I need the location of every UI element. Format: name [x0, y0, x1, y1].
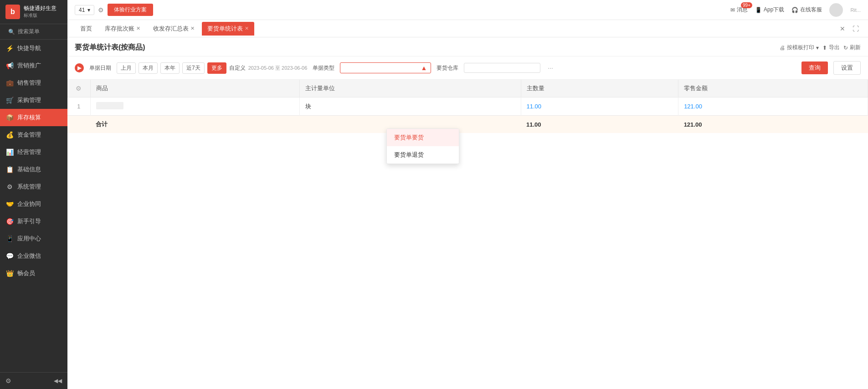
member-icon: 👑	[5, 269, 14, 277]
sidebar-item-system[interactable]: ⚙ 系统管理	[0, 178, 67, 195]
topbar-right: ✉ 消息 99+ 📱 App下载 🎧 在线客服 Rit...	[730, 3, 861, 17]
query-button[interactable]: 查询	[801, 61, 828, 74]
app-version: 标准版	[24, 12, 56, 19]
date-range-text: 2023-05-06 至 2023-06-06	[248, 65, 308, 72]
sidebar: b 畅捷通好生意 标准版 🔍 搜索菜单 ⚡ 快捷导航 📢 营销推广 💼 销售管理…	[0, 0, 67, 389]
table-footer-row: 合计 11.00 121.00	[67, 116, 868, 133]
app-center-icon: 📱	[5, 235, 14, 243]
quick-nav-icon: ⚡	[5, 44, 14, 52]
topbar-gear-icon[interactable]: ⚙	[98, 6, 104, 14]
warehouse-filter-input[interactable]	[464, 63, 540, 73]
inventory-icon: 📦	[5, 113, 14, 122]
print-template-button[interactable]: 🖨 按模板打印 ▾	[780, 44, 819, 51]
sidebar-item-finance[interactable]: 💰 资金管理	[0, 126, 67, 143]
topbar-number: 41	[79, 7, 85, 13]
row-index: 1	[67, 97, 90, 116]
service-icon: 🎧	[791, 7, 798, 13]
filter-more-button[interactable]: 更多	[207, 62, 226, 74]
wechat-icon: 💬	[5, 252, 14, 260]
sidebar-item-operation[interactable]: 📊 经营管理	[0, 143, 67, 161]
filter-more-options-button[interactable]: ···	[548, 64, 553, 72]
date-filter-label: 单据日期	[89, 64, 111, 72]
print-icon: 🖨	[780, 45, 785, 51]
tab-expand-button[interactable]: ⛶	[851, 24, 861, 33]
tabbar: 首页 库存批次账 ✕ 收发存汇总表 ✕ 要货单统计表 ✕ ✕ ⛶	[67, 20, 868, 37]
sidebar-item-quick-nav[interactable]: ⚡ 快捷导航	[0, 40, 67, 57]
topbar-dropdown-arrow[interactable]: ▾	[87, 7, 90, 13]
filter-curr-month-button[interactable]: 本月	[139, 62, 158, 74]
sidebar-settings-button[interactable]: ⚙	[5, 377, 11, 384]
sidebar-item-wechat[interactable]: 💬 企业微信	[0, 247, 67, 265]
filter-expand-button[interactable]: ▶	[75, 63, 84, 72]
sidebar-item-member[interactable]: 👑 畅会员	[0, 265, 67, 282]
qty-link[interactable]: 11.00	[527, 103, 542, 110]
export-icon: ⬆	[822, 45, 827, 51]
topbar: 41 ▾ ⚙ 体验行业方案 ✉ 消息 99+ 📱 App下载 🎧 在线客服 Ri…	[67, 0, 868, 20]
sidebar-item-guide[interactable]: 🎯 新手引导	[0, 213, 67, 230]
filter-recent-button[interactable]: 近7天	[182, 62, 205, 74]
app-download-button[interactable]: 📱 App下载	[755, 6, 784, 14]
page-header: 要货单统计表(按商品) 🖨 按模板打印 ▾ ⬆ 导出 ↻ 刷新	[67, 37, 868, 56]
row-unit: 块	[299, 97, 521, 116]
app-download-icon: 📱	[755, 7, 762, 13]
sidebar-collapse-button[interactable]: ◀◀	[54, 378, 62, 384]
marketing-icon: 📢	[5, 61, 14, 70]
tab-receivable-summary[interactable]: 收发存汇总表 ✕	[148, 22, 200, 36]
app-name: 畅捷通好生意	[24, 5, 56, 12]
tab-close-receivable-summary[interactable]: ✕	[190, 26, 195, 31]
tab-close-inventory-batch[interactable]: ✕	[136, 26, 140, 31]
page-title: 要货单统计表(按商品)	[75, 43, 145, 52]
footer-amount: 121.00	[678, 116, 868, 133]
industry-plan-button[interactable]: 体验行业方案	[108, 4, 153, 16]
message-icon: ✉	[730, 7, 735, 13]
sidebar-item-inventory[interactable]: 📦 库存核算	[0, 109, 67, 126]
sidebar-item-marketing[interactable]: 📢 营销推广	[0, 57, 67, 74]
sidebar-item-basic[interactable]: 📋 基础信息	[0, 161, 67, 178]
operation-icon: 📊	[5, 148, 14, 156]
system-icon: ⚙	[5, 183, 14, 191]
main-area: 41 ▾ ⚙ 体验行业方案 ✉ 消息 99+ 📱 App下载 🎧 在线客服 Ri…	[67, 0, 868, 389]
search-icon: 🔍	[8, 29, 15, 35]
type-filter-select[interactable]: ▲	[340, 62, 431, 73]
col-settings-header[interactable]: ⚙	[67, 80, 90, 97]
sidebar-logo: b 畅捷通好生意 标准版	[0, 0, 67, 24]
tab-inventory-batch[interactable]: 库存批次账 ✕	[99, 22, 146, 36]
amount-link[interactable]: 121.00	[684, 103, 702, 110]
sidebar-item-enterprise[interactable]: 🤝 企业协同	[0, 195, 67, 213]
tab-close-order-statistics[interactable]: ✕	[245, 26, 249, 31]
tab-close-all-button[interactable]: ✕	[838, 24, 847, 33]
messages-badge: 99+	[741, 2, 752, 8]
filter-bar: ▶ 单据日期 上月 本月 本年 近7天 更多 自定义 2023-05-06 至 …	[67, 56, 868, 80]
data-table: ⚙ 商品 主计量单位 主数量 零售金额	[67, 80, 868, 133]
filter-custom-button[interactable]: 自定义	[229, 64, 246, 72]
tabbar-controls: ✕ ⛶	[838, 24, 861, 33]
page-actions: 🖨 按模板打印 ▾ ⬆ 导出 ↻ 刷新	[780, 44, 861, 51]
topbar-left: 41 ▾ ⚙ 体验行业方案	[75, 4, 730, 16]
dropdown-item-order-return[interactable]: 要货单退货	[387, 146, 459, 164]
sidebar-item-purchase[interactable]: 🛒 采购管理	[0, 92, 67, 109]
messages-button[interactable]: ✉ 消息 99+	[730, 6, 748, 14]
tab-order-statistics[interactable]: 要货单统计表 ✕	[202, 22, 254, 36]
sidebar-footer: ⚙ ◀◀	[0, 372, 67, 389]
refresh-button[interactable]: ↻ 刷新	[843, 44, 861, 51]
export-button[interactable]: ⬆ 导出	[822, 44, 840, 51]
online-service-button[interactable]: 🎧 在线客服	[791, 6, 822, 14]
column-settings-icon[interactable]: ⚙	[76, 85, 82, 92]
filter-prev-month-button[interactable]: 上月	[117, 62, 136, 74]
footer-qty: 11.00	[521, 116, 678, 133]
dropdown-item-order-goods[interactable]: 要货单要货	[387, 129, 459, 146]
type-select-chevron-icon: ▲	[421, 64, 427, 72]
table-row: 1 块 11.00 121.00	[67, 97, 868, 116]
sidebar-search-menu[interactable]: 🔍 搜索菜单	[0, 24, 67, 40]
purchase-icon: 🛒	[5, 96, 14, 104]
filter-settings-button[interactable]: 设置	[833, 61, 861, 75]
sidebar-item-sales[interactable]: 💼 销售管理	[0, 74, 67, 92]
user-avatar[interactable]	[829, 3, 843, 17]
col-product-header: 商品	[90, 80, 299, 97]
basic-icon: 📋	[5, 165, 14, 174]
filter-year-button[interactable]: 本年	[160, 62, 180, 74]
date-filter-buttons: 上月 本月 本年 近7天 更多 自定义	[117, 62, 246, 74]
sidebar-item-app-center[interactable]: 📱 应用中心	[0, 230, 67, 247]
col-qty-header: 主数量	[521, 80, 678, 97]
tab-home[interactable]: 首页	[75, 22, 98, 36]
